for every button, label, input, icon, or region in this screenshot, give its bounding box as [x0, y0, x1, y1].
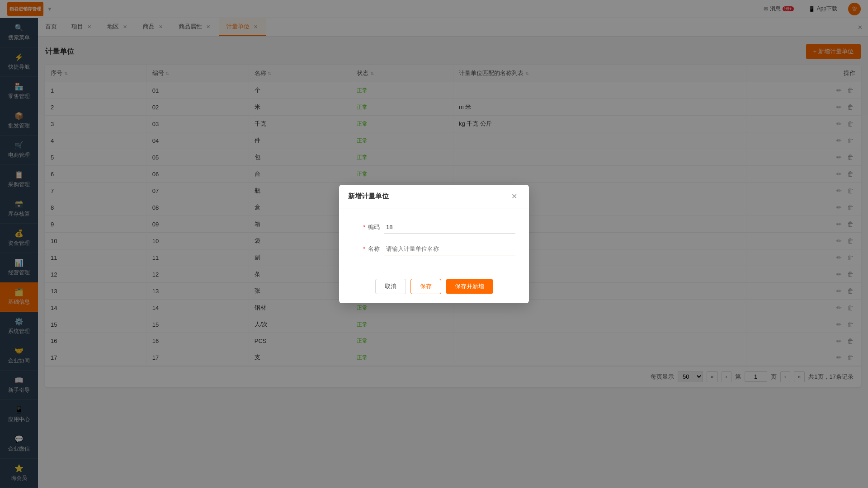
code-label: * 编码: [353, 223, 380, 231]
code-label-text: 编码: [368, 224, 380, 230]
cancel-button[interactable]: 取消: [375, 279, 406, 294]
modal-body: * 编码 * 名称: [339, 208, 529, 273]
name-label: * 名称: [353, 245, 380, 253]
save-add-button[interactable]: 保存并新增: [446, 279, 493, 294]
save-button[interactable]: 保存: [410, 279, 441, 294]
modal-footer: 取消 保存 保存并新增: [339, 273, 529, 303]
modal-title: 新增计量单位: [348, 192, 389, 201]
modal-header: 新增计量单位 ✕: [339, 185, 529, 208]
modal-close-btn[interactable]: ✕: [509, 191, 520, 202]
name-input[interactable]: [384, 243, 515, 255]
name-label-text: 名称: [368, 245, 380, 252]
form-row-code: * 编码: [353, 221, 515, 234]
form-row-name: * 名称: [353, 243, 515, 255]
code-input[interactable]: [384, 221, 515, 234]
modal-dialog: 新增计量单位 ✕ * 编码 * 名称 取消 保存 保存并新增: [339, 185, 529, 303]
modal-overlay: 新增计量单位 ✕ * 编码 * 名称 取消 保存 保存并新增: [0, 0, 868, 488]
